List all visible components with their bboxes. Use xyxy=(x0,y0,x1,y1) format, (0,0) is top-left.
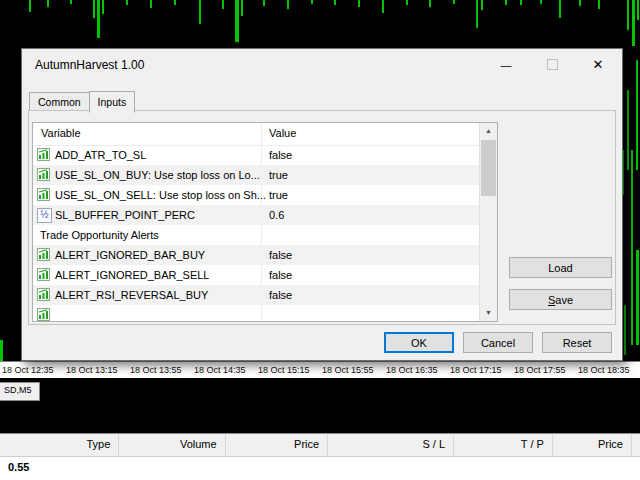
scroll-up-icon[interactable]: ▲ xyxy=(480,123,497,139)
input-value[interactable]: false xyxy=(269,145,292,165)
candlestick xyxy=(70,0,72,4)
terminal-column-header: T / P xyxy=(454,434,553,456)
account-value: 0.55 xyxy=(8,461,29,473)
candlestick xyxy=(476,0,478,28)
time-axis-label: 18 Oct 15:55 xyxy=(322,365,374,375)
terminal-header-filler xyxy=(632,434,640,456)
candlestick xyxy=(505,0,507,5)
candlestick xyxy=(540,0,542,4)
input-row[interactable]: USE_SL_ON_SELL: Use stop loss on Sh...tr… xyxy=(33,185,480,205)
input-chart-icon xyxy=(37,268,50,281)
input-value[interactable]: 0.6 xyxy=(269,205,284,225)
terminal-column-header: S / L xyxy=(328,434,454,456)
save-button[interactable]: Save xyxy=(509,289,612,310)
inputs-rows: ADD_ATR_TO_SLfalseUSE_SL_ON_BUY: Use sto… xyxy=(33,145,480,321)
time-axis-label: 18 Oct 15:15 xyxy=(258,365,310,375)
input-row[interactable]: USE_SL_ON_BUY: Use stop loss on Lo...tru… xyxy=(33,165,480,185)
input-variable-name: ALERT_IGNORED_BAR_SELL xyxy=(55,265,209,285)
input-row[interactable]: ALERT_IGNORED_BAR_BUYfalse xyxy=(33,245,480,265)
time-axis-label: 18 Oct 17:15 xyxy=(450,365,502,375)
variable-column-header: Variable xyxy=(41,127,81,139)
input-chart-icon xyxy=(37,308,50,321)
ok-button[interactable]: OK xyxy=(384,332,454,353)
time-axis-label: 18 Oct 13:15 xyxy=(66,365,118,375)
terminal-bottom-row: 0.55 xyxy=(0,457,640,480)
time-axis-label: 18 Oct 12:35 xyxy=(2,365,54,375)
dialog-tabs: Common Inputs xyxy=(29,91,135,112)
candlestick xyxy=(637,0,639,20)
terminal-panel: TypeVolumePriceS / LT / PPrice 0.55 xyxy=(0,433,640,480)
candlestick xyxy=(235,0,239,42)
candlestick xyxy=(311,0,313,4)
terminal-column-header: Price xyxy=(226,434,329,456)
input-row[interactable]: ALERT_IGNORED_BAR_SELLfalse xyxy=(33,265,480,285)
inputs-table-header: Variable Value xyxy=(33,123,497,146)
input-row[interactable]: Trade Opportunity Alerts xyxy=(33,225,480,245)
input-variable-name: USE_SL_ON_SELL: Use stop loss on Sh... xyxy=(55,185,266,205)
close-button[interactable]: ✕ xyxy=(575,50,621,79)
metatrader-screen: 18 Oct 12:3518 Oct 13:1518 Oct 13:5518 O… xyxy=(0,0,640,480)
input-value[interactable]: true xyxy=(269,165,288,185)
value-column-header: Value xyxy=(269,127,296,139)
time-axis-label: 18 Oct 14:35 xyxy=(194,365,246,375)
candlestick xyxy=(481,0,483,10)
input-fraction-icon: ½ xyxy=(37,208,50,221)
candlestick xyxy=(406,0,408,5)
candlestick xyxy=(520,0,522,5)
input-variable-name: ADD_ATR_TO_SL xyxy=(55,145,146,165)
candlestick xyxy=(47,0,49,7)
tab-common[interactable]: Common xyxy=(29,92,89,112)
scroll-down-icon[interactable]: ▼ xyxy=(480,305,497,321)
candlestick xyxy=(199,0,201,24)
candlestick xyxy=(222,0,224,9)
input-value[interactable]: true xyxy=(269,185,288,205)
time-axis-label: 18 Oct 16:35 xyxy=(386,365,438,375)
input-row[interactable]: ALERT_RSI_REVERSAL_BUYfalse xyxy=(33,285,480,305)
candlestick xyxy=(241,0,243,16)
input-chart-icon xyxy=(37,188,50,201)
input-value[interactable]: false xyxy=(269,245,292,265)
input-row[interactable] xyxy=(33,305,480,321)
reset-button[interactable]: Reset xyxy=(542,332,612,353)
input-row[interactable]: ADD_ATR_TO_SLfalse xyxy=(33,145,480,165)
load-button[interactable]: Load xyxy=(509,257,612,278)
candlestick xyxy=(287,0,289,9)
candlestick xyxy=(150,0,152,8)
scrollbar-thumb[interactable] xyxy=(481,140,496,196)
cancel-button[interactable]: Cancel xyxy=(463,332,533,353)
candlestick xyxy=(102,0,104,14)
candlestick xyxy=(382,0,384,13)
input-value[interactable]: false xyxy=(269,285,292,305)
candlestick xyxy=(358,0,360,7)
time-axis-label: 18 Oct 17:55 xyxy=(514,365,566,375)
vertical-scrollbar[interactable]: ▲ ▼ xyxy=(479,123,497,321)
input-row[interactable]: ½SL_BUFFER_POINT_PERC0.6 xyxy=(33,205,480,225)
candlestick xyxy=(29,0,31,12)
chart-tab-label: SD,M5 xyxy=(4,385,32,395)
input-chart-icon xyxy=(37,288,50,301)
input-chart-icon xyxy=(37,148,50,161)
terminal-header-row: TypeVolumePriceS / LT / PPrice xyxy=(0,434,640,457)
candlestick xyxy=(429,0,431,7)
input-value[interactable]: false xyxy=(269,265,292,285)
chart-tab-eurusd-m5[interactable]: SD,M5 xyxy=(0,382,40,401)
candlestick xyxy=(334,0,336,5)
candlestick xyxy=(559,0,561,18)
candlestick xyxy=(636,250,639,345)
maximize-button[interactable] xyxy=(529,50,575,79)
input-variable-name: USE_SL_ON_BUY: Use stop loss on Lo... xyxy=(55,165,260,185)
candlestick xyxy=(174,0,176,5)
close-icon: ✕ xyxy=(593,57,604,72)
input-variable-name: ALERT_IGNORED_BAR_BUY xyxy=(55,245,205,265)
candlestick xyxy=(627,90,629,170)
input-variable-name: SL_BUFFER_POINT_PERC xyxy=(55,205,195,225)
inputs-table: Variable Value ADD_ATR_TO_SLfalseUSE_SL_… xyxy=(32,122,498,322)
terminal-column-header: Type xyxy=(0,434,119,456)
minimize-button[interactable]: — xyxy=(483,50,529,79)
input-chart-icon xyxy=(37,248,50,261)
tab-inputs[interactable]: Inputs xyxy=(89,91,136,113)
candlestick xyxy=(97,0,100,38)
minimize-icon: — xyxy=(501,59,512,71)
dialog-titlebar[interactable]: AutumnHarvest 1.00 — ✕ xyxy=(22,49,622,79)
expert-properties-dialog: AutumnHarvest 1.00 — ✕ Common Inputs xyxy=(21,48,623,361)
